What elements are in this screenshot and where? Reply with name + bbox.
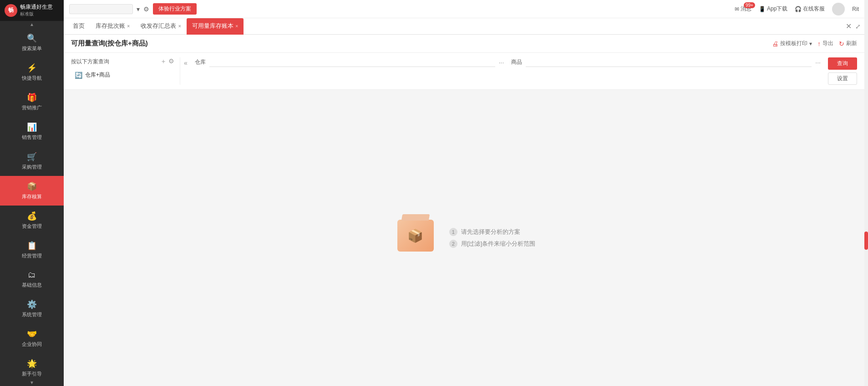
sidebar-item-new-guide[interactable]: 🌟 新手引导 (0, 353, 64, 379)
filter-row-1: 仓库 ··· 商品 ··· (195, 57, 821, 67)
app-badge: 标准版 (20, 11, 53, 17)
sidebar-item-finance[interactable]: 💰 资金管理 (0, 206, 64, 235)
sidebar-item-shortcut[interactable]: ⚡ 快捷导航 (0, 57, 64, 87)
tab-home-label: 首页 (73, 22, 85, 30)
tip-1-num: 1 (449, 228, 457, 236)
refresh-button[interactable]: ↻ 刷新 (839, 40, 857, 47)
sidebar-scroll-down[interactable]: ▼ (0, 379, 64, 386)
scheme-item-label: 仓库+商品 (85, 71, 110, 79)
topbar-username: Rit (852, 6, 859, 12)
topbar: ▾ ⚙ 体验行业方案 ✉ 消息 99+ 📱 App下载 🎧 在线客服 Rit (64, 0, 864, 18)
topbar-gear-icon[interactable]: ⚙ (143, 5, 149, 13)
topbar-right: ✉ 消息 99+ 📱 App下载 🎧 在线客服 Rit (735, 3, 859, 15)
system-nav-icon: ⚙️ (27, 299, 37, 309)
sidebar-item-search[interactable]: 🔍 搜索菜单 (0, 28, 64, 57)
warehouse-filter-label: 仓库 (195, 58, 206, 66)
purchase-nav-icon: 🛒 (27, 152, 37, 162)
empty-box-icon: 📦 (397, 220, 434, 252)
tab-receive-summary[interactable]: 收发存汇总表 × (135, 18, 186, 35)
settings-scheme-button[interactable]: ⚙ (168, 57, 174, 66)
export-label: 导出 (822, 40, 833, 47)
tab-batch-ledger-close[interactable]: × (127, 23, 130, 29)
print-label: 按模板打印 (780, 40, 807, 47)
warehouse-more-icon[interactable]: ··· (499, 59, 504, 66)
sidebar-item-purchase-label: 采购管理 (22, 164, 42, 170)
sidebar-item-operations[interactable]: 📋 经营管理 (0, 235, 64, 265)
topbar-online-service-btn[interactable]: 🎧 在线客服 (795, 5, 825, 13)
filter-field-warehouse: 仓库 ··· (195, 57, 504, 67)
filter-collapse-btn[interactable]: « (180, 57, 188, 85)
sidebar: 畅 畅康通好生意 标准版 ▲ 🔍 搜索菜单 ⚡ 快捷导航 🎁 营销推广 📊 销售… (0, 0, 64, 386)
sidebar-item-inventory[interactable]: 📦 库存核算 (0, 176, 64, 206)
page-title: 可用量查询(按仓库+商品) (71, 39, 148, 48)
sidebar-item-purchase[interactable]: 🛒 采购管理 (0, 146, 64, 176)
tab-batch-ledger[interactable]: 库存批次账 × (90, 18, 135, 35)
empty-tip-2: 2 用[过滤]条件来缩小分析范围 (449, 240, 535, 248)
tab-home[interactable]: 首页 (67, 18, 90, 35)
app-name: 畅康通好生意 (20, 4, 53, 11)
filter-scheme-actions: ＋ ⚙ (160, 57, 174, 66)
topbar-search-input[interactable] (69, 4, 133, 14)
message-icon: ✉ (735, 6, 739, 12)
empty-tip-1: 1 请先选择要分析的方案 (449, 228, 535, 236)
topbar-message-btn[interactable]: ✉ 消息 99+ (735, 5, 751, 13)
empty-illustration: 📦 (393, 215, 438, 261)
scheme-item-warehouse-goods[interactable]: 🔄 仓库+商品 (71, 69, 174, 81)
sidebar-item-basic-info[interactable]: 🗂 基础信息 (0, 265, 64, 294)
box-face-icon: 📦 (407, 228, 423, 243)
tabs-bar: 首页 库存批次账 × 收发存汇总表 × 可用量库存账本 × ✕ ⤢ (64, 18, 864, 35)
goods-filter-input[interactable] (526, 57, 812, 67)
scrollbar-thumb (864, 232, 868, 250)
sidebar-item-shortcut-label: 快捷导航 (22, 75, 42, 82)
main-content: ▾ ⚙ 体验行业方案 ✉ 消息 99+ 📱 App下载 🎧 在线客服 Rit 首… (64, 0, 864, 386)
tab-available-ledger[interactable]: 可用量库存账本 × (187, 18, 244, 35)
message-badge: 99+ (744, 2, 755, 8)
goods-filter-label: 商品 (511, 58, 522, 66)
shortcut-nav-icon: ⚡ (27, 63, 37, 73)
filter-area: 按以下方案查询 ＋ ⚙ 🔄 仓库+商品 « (64, 53, 864, 90)
app-download-label: App下载 (767, 5, 787, 13)
sidebar-item-search-label: 搜索菜单 (22, 45, 42, 52)
print-template-button[interactable]: 🖨 按模板打印 ▾ (772, 40, 812, 47)
print-icon: 🖨 (772, 40, 778, 47)
warehouse-filter-input[interactable] (209, 57, 495, 67)
sidebar-item-enterprise-collab[interactable]: 🤝 企业协同 (0, 324, 64, 353)
empty-tips: 1 请先选择要分析的方案 2 用[过滤]条件来缩小分析范围 (449, 228, 535, 248)
sidebar-item-operations-label: 经营管理 (22, 252, 42, 259)
sidebar-item-sales[interactable]: 📊 销售管理 (0, 117, 64, 146)
export-icon: ↑ (817, 40, 821, 47)
tab-receive-summary-close[interactable]: × (178, 23, 181, 29)
service-icon: 🎧 (795, 6, 802, 12)
sidebar-nav: 🔍 搜索菜单 ⚡ 快捷导航 🎁 营销推广 📊 销售管理 🛒 采购管理 📦 库存核… (0, 28, 64, 379)
query-button[interactable]: 查询 (828, 57, 857, 70)
tab-batch-ledger-label: 库存批次账 (96, 22, 125, 30)
sidebar-item-enterprise-collab-label: 企业协同 (22, 341, 42, 348)
marketing-nav-icon: 🎁 (27, 93, 37, 103)
export-button[interactable]: ↑ 导出 (817, 40, 833, 47)
app-download-icon: 📱 (759, 6, 766, 12)
sidebar-item-finance-label: 资金管理 (22, 223, 42, 230)
sidebar-item-marketing-label: 营销推广 (22, 104, 42, 111)
sidebar-item-system-label: 系统管理 (22, 311, 42, 318)
filter-settings-button[interactable]: 设置 (828, 72, 857, 85)
empty-state: 📦 1 请先选择要分析的方案 2 用[过滤]条件来缩小分析范围 (64, 90, 864, 386)
app-logo: 畅 (5, 4, 17, 17)
topbar-app-download-btn[interactable]: 📱 App下载 (759, 5, 787, 13)
topbar-dropdown-icon[interactable]: ▾ (137, 5, 140, 13)
sidebar-item-system[interactable]: ⚙️ 系统管理 (0, 294, 64, 324)
tabs-expand-button[interactable]: ⤢ (855, 23, 861, 30)
right-scrollbar[interactable] (864, 0, 868, 386)
goods-more-icon[interactable]: ··· (815, 59, 821, 66)
refresh-icon: ↻ (839, 40, 844, 47)
topbar-industry-button[interactable]: 体验行业方案 (153, 3, 197, 15)
tip-1-text: 请先选择要分析的方案 (461, 228, 520, 236)
sidebar-scroll-up[interactable]: ▲ (0, 21, 64, 28)
sidebar-item-marketing[interactable]: 🎁 营销推广 (0, 87, 64, 117)
tab-available-ledger-close[interactable]: × (235, 23, 238, 29)
finance-nav-icon: 💰 (27, 211, 37, 221)
filter-field-goods: 商品 ··· (511, 57, 821, 67)
tabs-close-all-button[interactable]: ✕ (846, 22, 852, 31)
print-dropdown-icon: ▾ (809, 41, 812, 47)
filter-schemes-title: 按以下方案查询 (71, 58, 109, 66)
add-scheme-button[interactable]: ＋ (160, 57, 167, 66)
